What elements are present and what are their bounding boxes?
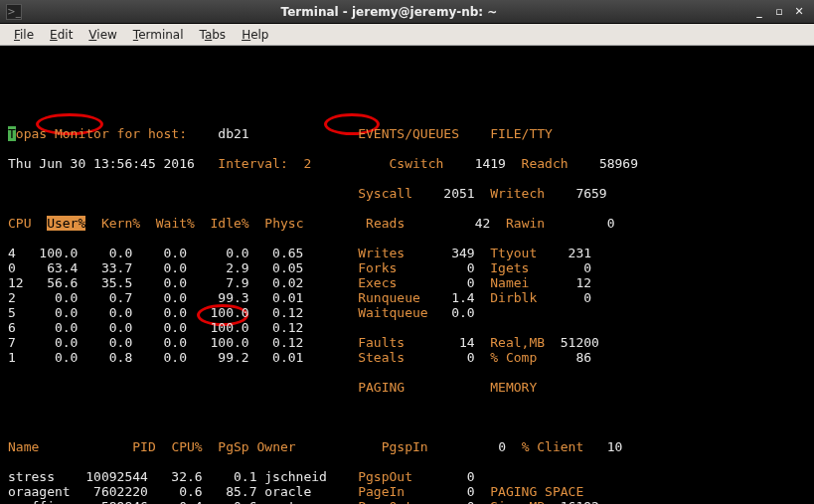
menu-help[interactable]: Help: [234, 26, 276, 44]
cpu-header-row: CPU User% Kern% Wait% Idle% Physc Reads …: [8, 216, 806, 231]
cpu-row: 6 0.0 0.0 0.0 100.0 0.12: [8, 320, 806, 335]
menu-tabs[interactable]: Tabs: [192, 26, 235, 44]
menu-file[interactable]: File: [6, 26, 42, 44]
cpu-row: 5 0.0 0.0 0.0 100.0 0.12 Waitqueue 0.0: [8, 305, 806, 320]
terminal-cursor: T: [8, 126, 16, 141]
filetty-header: FILE/TTY: [490, 126, 553, 141]
cpu-row: 4 100.0 0.0 0.0 0.0 0.65 Writes 349 Ttyo…: [8, 246, 806, 260]
terminal-icon: >_: [6, 4, 22, 20]
window-titlebar: >_ Terminal - jeremy@jeremy-nb: ~ _ ▫ ✕: [0, 0, 814, 24]
cpu-row: 2 0.0 0.7 0.0 99.3 0.01 Runqueue 1.4 Dir…: [8, 290, 806, 305]
process-row: stress 10092544 32.6 0.1 jschneid PgspOu…: [8, 469, 806, 484]
maximize-button[interactable]: ▫: [770, 4, 788, 20]
monitor-title: opas Monitor for host:: [16, 126, 187, 141]
hostname: db21: [218, 126, 248, 141]
menubar: File Edit View Terminal Tabs Help: [0, 24, 814, 46]
terminal-output[interactable]: Topas Monitor for host: db21 EVENTS/QUEU…: [0, 46, 814, 504]
paging-header: PAGING: [358, 380, 405, 395]
process-row: oraagent 7602220 0.6 85.7 oracle PageIn …: [8, 484, 806, 499]
datetime: Thu Jun 30 13:56:45 2016: [8, 156, 195, 171]
cpu-row: 0 63.4 33.7 0.0 2.9 0.05 Forks 0 Igets 0: [8, 260, 806, 275]
window-title: Terminal - jeremy@jeremy-nb: ~: [28, 5, 750, 19]
minimize-button[interactable]: _: [750, 4, 768, 20]
close-button[interactable]: ✕: [790, 4, 808, 20]
memory-header: MEMORY: [490, 380, 537, 395]
menu-edit[interactable]: Edit: [42, 26, 81, 44]
cpu-row: 12 56.6 35.5 0.0 7.9 0.02 Execs 0 Namei …: [8, 275, 806, 290]
menu-view[interactable]: View: [81, 26, 124, 44]
menu-terminal[interactable]: Terminal: [125, 26, 192, 44]
events-header: EVENTS/QUEUES: [358, 126, 459, 141]
proc-header-row: Name PID CPU% PgSp Owner PgspIn 0 % Clie…: [8, 439, 806, 454]
cpu-row: 1 0.0 0.8 0.0 99.2 0.01 Steals 0 % Comp …: [8, 350, 806, 365]
cpu-row: 7 0.0 0.0 0.0 100.0 0.12 Faults 14 Real,…: [8, 335, 806, 350]
process-row: reaffin 589846 0.4 0.6 root PageOut 0 Si…: [8, 499, 806, 504]
